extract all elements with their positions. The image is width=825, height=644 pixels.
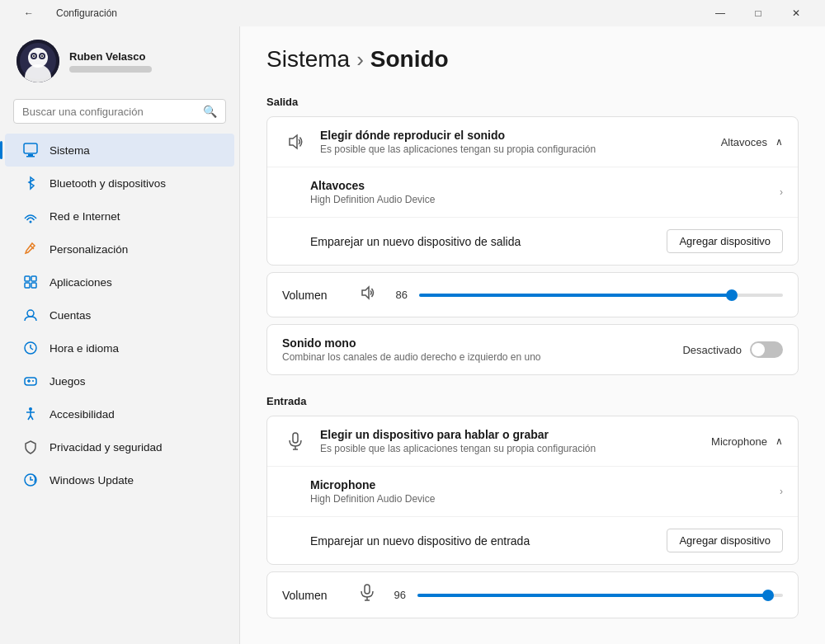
microphone-subtitle: High Definition Audio Device	[310, 493, 780, 505]
svg-rect-18	[31, 283, 36, 288]
svg-line-30	[28, 416, 31, 420]
output-volume-label: Volumen	[282, 289, 348, 302]
cuentas-icon	[21, 306, 40, 324]
sidebar-item-cuentas-label: Cuentas	[50, 309, 91, 322]
sidebar-item-juegos[interactable]: Juegos	[5, 364, 234, 397]
salida-section-label: Salida	[266, 96, 799, 108]
page-title-current: Sonido	[370, 46, 449, 73]
titlebar-controls: — □ ✕	[701, 0, 815, 26]
sidebar-item-bluetooth[interactable]: Bluetooth y dispositivos	[5, 167, 234, 200]
input-volume-fill	[417, 594, 768, 597]
emparejar-entrada-text: Emparejar un nuevo dispositivo de entrad…	[310, 534, 667, 548]
titlebar-title: Configuración	[56, 7, 117, 19]
input-choose-row[interactable]: Elegir un dispositivo para hablar o grab…	[267, 416, 798, 467]
output-volume-slider[interactable]	[419, 294, 783, 297]
sonido-mono-title: Sonido mono	[282, 336, 682, 350]
sidebar-item-red-label: Red e Internet	[50, 210, 120, 223]
input-chevron-up-icon: ∧	[776, 435, 783, 447]
output-volume-icon	[360, 284, 376, 305]
emparejar-entrada-row: Emparejar un nuevo dispositivo de entrad…	[267, 517, 798, 564]
sidebar-item-accesibilidad-label: Accesibilidad	[50, 408, 115, 421]
juegos-icon	[21, 372, 40, 390]
sidebar-item-red[interactable]: Red e Internet	[5, 200, 234, 233]
svg-rect-16	[31, 276, 36, 281]
sonido-mono-right: Desactivado	[682, 341, 783, 358]
sonido-mono-row: Sonido mono Combinar los canales de audi…	[267, 325, 798, 374]
red-icon	[21, 207, 40, 225]
nav-menu: Sistema Bluetooth y dispositivos Red e I…	[0, 134, 239, 496]
search-input[interactable]	[22, 106, 196, 118]
sonido-mono-status: Desactivado	[682, 344, 742, 356]
output-volume-thumb[interactable]	[726, 289, 738, 301]
sonido-mono-toggle[interactable]	[750, 341, 783, 358]
svg-point-19	[27, 310, 34, 317]
agregar-salida-button[interactable]: Agregar dispositivo	[667, 229, 783, 253]
back-button[interactable]: ←	[10, 0, 48, 26]
maximize-button[interactable]: □	[739, 0, 777, 26]
input-volume-thumb[interactable]	[762, 590, 774, 601]
input-volume-row: Volumen 96	[266, 571, 799, 618]
output-device-value: Altavoces	[721, 136, 767, 148]
output-volume-row: Volumen 86	[266, 272, 799, 317]
sidebar-item-accesibilidad[interactable]: Accesibilidad	[5, 397, 234, 430]
breadcrumb-sistema: Sistema	[266, 46, 350, 73]
emparejar-entrada-right: Agregar dispositivo	[667, 529, 783, 552]
breadcrumb-separator: ›	[356, 47, 364, 73]
svg-rect-15	[25, 276, 30, 281]
sidebar-item-personalizacion-label: Personalización	[50, 243, 128, 256]
microphone-text: Microphone High Definition Audio Device	[310, 478, 780, 505]
user-section: Ruben Velasco	[0, 26, 239, 96]
altavoces-title: Altavoces	[310, 179, 780, 192]
input-volume-label: Volumen	[282, 589, 348, 602]
titlebar: ← Configuración — □ ✕	[0, 0, 825, 26]
sistema-icon	[21, 141, 40, 159]
aplicaciones-icon	[21, 273, 40, 291]
sidebar-item-aplicaciones[interactable]: Aplicaciones	[5, 266, 234, 298]
agregar-entrada-button[interactable]: Agregar dispositivo	[667, 529, 783, 552]
input-volume-slider[interactable]	[417, 594, 783, 597]
emparejar-salida-title: Emparejar un nuevo dispositivo de salida	[310, 235, 521, 248]
svg-line-31	[31, 416, 33, 420]
sidebar-item-hora[interactable]: Hora e idioma	[5, 331, 234, 364]
svg-rect-11	[28, 154, 33, 156]
user-name: Ruben Velasco	[69, 50, 152, 63]
input-device-value: Microphone	[711, 435, 767, 448]
hora-icon	[21, 339, 40, 357]
altavoces-row[interactable]: Altavoces High Definition Audio Device ›	[267, 167, 798, 218]
speaker-icon	[282, 129, 309, 155]
svg-rect-10	[24, 143, 37, 153]
sonido-mono-text: Sonido mono Combinar los canales de audi…	[282, 336, 682, 363]
sidebar-item-privacidad[interactable]: Privacidad y seguridad	[5, 430, 234, 463]
microphone-chevron-icon: ›	[780, 486, 783, 497]
emparejar-entrada-title: Emparejar un nuevo dispositivo de entrad…	[310, 534, 530, 548]
altavoces-right: ›	[780, 186, 783, 198]
sonido-mono-card: Sonido mono Combinar los canales de audi…	[266, 324, 799, 375]
minimize-button[interactable]: —	[701, 0, 739, 26]
output-choose-title: Elegir dónde reproducir el sonido	[320, 129, 721, 142]
microphone-row[interactable]: Microphone High Definition Audio Device …	[267, 467, 798, 517]
bluetooth-icon	[21, 174, 40, 192]
microphone-right: ›	[780, 486, 783, 497]
microphone-icon	[282, 428, 309, 454]
sidebar-item-personalizacion[interactable]: Personalización	[5, 233, 234, 266]
svg-rect-12	[26, 156, 35, 157]
search-box[interactable]: 🔍	[13, 99, 226, 124]
emparejar-salida-row: Emparejar un nuevo dispositivo de salida…	[267, 218, 798, 265]
sidebar-item-cuentas[interactable]: Cuentas	[5, 298, 234, 331]
sidebar-item-privacidad-label: Privacidad y seguridad	[50, 441, 163, 454]
input-choose-right: Microphone ∧	[711, 435, 783, 448]
output-volume-fill	[419, 294, 732, 297]
sidebar-item-windows[interactable]: Windows Update	[5, 463, 234, 496]
input-choose-title: Elegir un dispositivo para hablar o grab…	[320, 428, 711, 441]
close-button[interactable]: ✕	[777, 0, 815, 26]
entrada-section-label: Entrada	[266, 395, 799, 407]
altavoces-subtitle: High Definition Audio Device	[310, 194, 780, 205]
sonido-mono-subtitle: Combinar los canales de audio derecho e …	[282, 351, 682, 363]
output-volume-value: 86	[388, 289, 408, 301]
svg-rect-17	[25, 283, 30, 288]
svg-rect-34	[293, 433, 298, 443]
input-volume-icon	[360, 584, 375, 606]
output-choose-row[interactable]: Elegir dónde reproducir el sonido Es pos…	[267, 117, 798, 167]
svg-point-27	[29, 407, 32, 411]
sidebar-item-sistema[interactable]: Sistema	[5, 134, 234, 167]
